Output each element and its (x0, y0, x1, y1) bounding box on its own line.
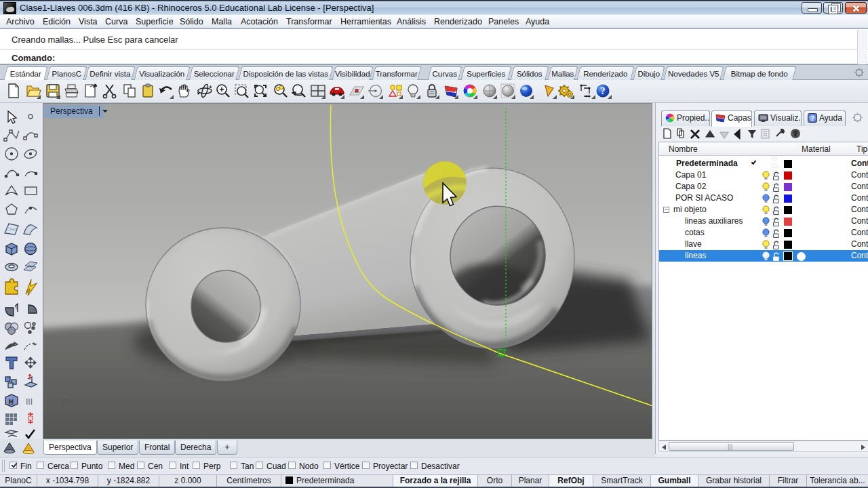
svg-text:III: III (26, 397, 33, 407)
svg-text:H: H (9, 399, 14, 405)
svg-text:?: ? (811, 115, 814, 122)
svg-text:?: ? (601, 86, 606, 96)
svg-text:?: ? (793, 129, 798, 138)
